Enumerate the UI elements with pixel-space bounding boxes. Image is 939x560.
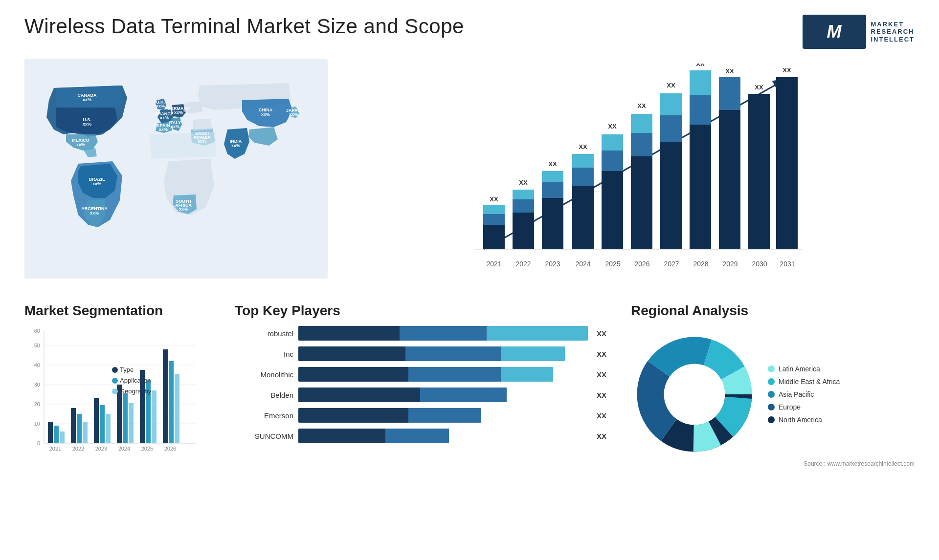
players-section: Top Key Players robustel XX In bbox=[225, 303, 616, 467]
bar-seg2 bbox=[385, 429, 449, 443]
player-bar bbox=[298, 367, 588, 382]
source-text: Source : www.marketresearchintellect.com bbox=[631, 460, 915, 467]
svg-rect-114 bbox=[106, 414, 111, 443]
svg-text:XX: XX bbox=[548, 160, 557, 168]
donut-chart-svg bbox=[631, 331, 758, 458]
svg-rect-58 bbox=[572, 186, 594, 249]
svg-text:xx%: xx% bbox=[76, 142, 85, 147]
player-bar bbox=[298, 346, 588, 361]
svg-rect-60 bbox=[572, 154, 594, 168]
logo-text: MARKET RESEARCH INTELLECT bbox=[871, 21, 915, 43]
logo-line1: MARKET bbox=[871, 21, 915, 28]
svg-text:xx%: xx% bbox=[156, 104, 165, 108]
svg-text:xx%: xx% bbox=[83, 122, 91, 127]
legend-item-latin-america: Latin America bbox=[768, 365, 840, 373]
svg-text:2026: 2026 bbox=[164, 446, 176, 452]
legend-item-europe: Europe bbox=[768, 403, 840, 411]
svg-point-124 bbox=[112, 367, 118, 373]
svg-rect-52 bbox=[513, 190, 534, 199]
bar-seg2 bbox=[420, 388, 507, 402]
bar-chart-svg: 2021 2022 2023 2024 2025 2026 2027 2028 … bbox=[347, 64, 905, 274]
svg-rect-47 bbox=[483, 214, 505, 225]
svg-rect-113 bbox=[100, 405, 105, 443]
svg-text:xx%: xx% bbox=[160, 115, 169, 120]
svg-text:2022: 2022 bbox=[515, 260, 531, 268]
bar-seg1 bbox=[298, 326, 400, 341]
legend-label: Latin America bbox=[779, 365, 820, 373]
regional-section: Regional Analysis bbox=[631, 303, 915, 467]
svg-text:xx%: xx% bbox=[171, 124, 179, 129]
svg-point-135 bbox=[665, 365, 724, 424]
player-bar-container bbox=[298, 429, 588, 443]
player-bar bbox=[298, 326, 588, 341]
svg-text:2031: 2031 bbox=[780, 260, 795, 268]
svg-text:2023: 2023 bbox=[545, 260, 560, 268]
player-name: Monolithic bbox=[235, 370, 293, 379]
svg-text:2025: 2025 bbox=[141, 446, 153, 452]
svg-text:2030: 2030 bbox=[752, 260, 767, 268]
svg-text:XX: XX bbox=[667, 82, 675, 89]
segmentation-section: Market Segmentation 0 10 20 30 40 50 bbox=[24, 303, 210, 467]
segmentation-title: Market Segmentation bbox=[24, 303, 210, 319]
svg-rect-59 bbox=[572, 168, 594, 186]
bar-seg2 bbox=[400, 326, 487, 341]
svg-text:XX: XX bbox=[637, 102, 646, 109]
svg-text:xx%: xx% bbox=[179, 207, 188, 212]
svg-rect-76 bbox=[690, 70, 711, 95]
svg-rect-62 bbox=[602, 171, 623, 249]
svg-rect-55 bbox=[542, 182, 563, 198]
svg-rect-70 bbox=[660, 142, 682, 249]
svg-text:20: 20 bbox=[34, 401, 40, 407]
svg-rect-74 bbox=[690, 125, 711, 249]
bar-seg2 bbox=[405, 346, 501, 361]
bar-seg1 bbox=[298, 367, 408, 382]
svg-text:XX: XX bbox=[782, 66, 791, 74]
svg-text:2021: 2021 bbox=[49, 446, 61, 452]
donut-area: Latin America Middle East & Africa Asia … bbox=[631, 331, 915, 458]
player-name: robustel bbox=[235, 329, 293, 338]
svg-rect-79 bbox=[719, 77, 740, 110]
svg-rect-46 bbox=[483, 225, 505, 249]
page-title: Wireless Data Terminal Market Size and S… bbox=[24, 15, 464, 38]
svg-text:0: 0 bbox=[37, 440, 40, 446]
svg-rect-108 bbox=[60, 431, 65, 443]
players-title: Top Key Players bbox=[235, 303, 606, 319]
map-section: CANADA xx% U.S. xx% MEXICO xx% BRAZIL xx… bbox=[24, 59, 328, 293]
svg-text:40: 40 bbox=[34, 362, 40, 368]
legend-dot bbox=[768, 378, 775, 385]
svg-text:30: 30 bbox=[34, 382, 40, 388]
svg-rect-64 bbox=[602, 134, 623, 151]
svg-text:Application: Application bbox=[120, 377, 151, 384]
bar-chart-section: 2021 2022 2023 2024 2025 2026 2027 2028 … bbox=[337, 59, 915, 293]
bar-seg1 bbox=[298, 429, 385, 443]
svg-text:XX: XX bbox=[696, 64, 705, 67]
svg-rect-110 bbox=[77, 414, 82, 443]
player-row-monolithic: Monolithic XX bbox=[235, 367, 606, 382]
svg-text:xx%: xx% bbox=[92, 181, 101, 186]
svg-text:2029: 2029 bbox=[722, 260, 738, 268]
svg-rect-54 bbox=[542, 198, 563, 249]
svg-text:XX: XX bbox=[579, 143, 587, 151]
svg-text:Geography: Geography bbox=[120, 388, 152, 395]
player-row-suncomm: SUNCOMM XX bbox=[235, 429, 606, 443]
svg-rect-78 bbox=[719, 110, 740, 249]
bar-seg1 bbox=[298, 346, 405, 361]
svg-rect-121 bbox=[163, 349, 168, 443]
player-name: SUNCOMM bbox=[235, 432, 293, 440]
svg-text:xx%: xx% bbox=[289, 112, 298, 117]
legend-dot bbox=[768, 416, 775, 423]
player-bar bbox=[298, 429, 588, 443]
svg-text:2026: 2026 bbox=[634, 260, 649, 268]
svg-text:XX: XX bbox=[519, 179, 528, 186]
svg-text:XX: XX bbox=[608, 123, 617, 130]
player-row-emerson: Emerson XX bbox=[235, 408, 606, 423]
player-xx-label: XX bbox=[597, 370, 606, 379]
player-name: Inc bbox=[235, 350, 293, 358]
legend-label: Asia Pacific bbox=[779, 390, 814, 398]
legend-dot bbox=[768, 391, 775, 398]
segmentation-chart-svg: 0 10 20 30 40 50 60 202 bbox=[24, 326, 210, 463]
player-bar-container bbox=[298, 408, 588, 423]
player-bar-container bbox=[298, 367, 588, 382]
svg-rect-109 bbox=[71, 408, 76, 443]
svg-rect-111 bbox=[83, 422, 88, 443]
